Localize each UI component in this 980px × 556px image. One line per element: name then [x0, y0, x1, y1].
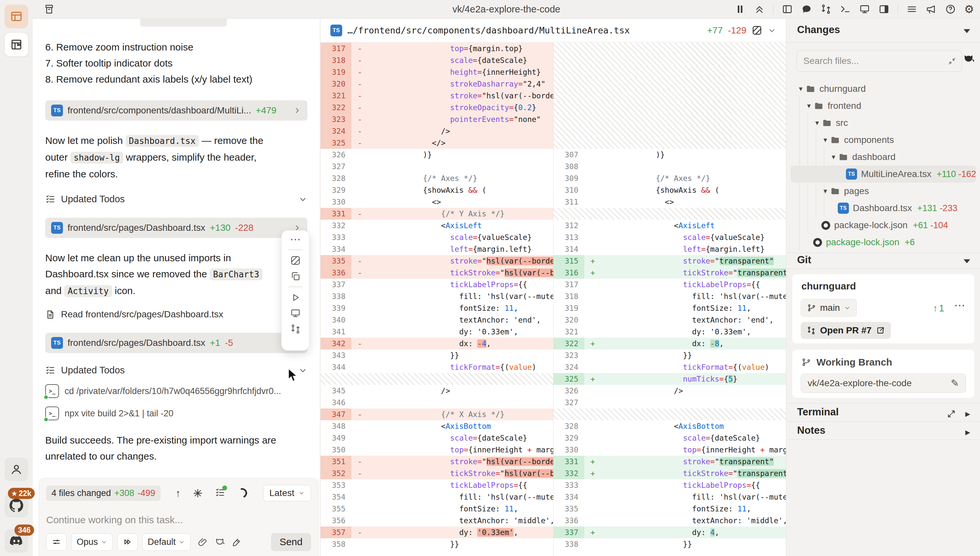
fast-forward-icon — [123, 537, 132, 546]
line-number: 330 — [321, 196, 351, 208]
diff-code-row: 338 }} — [554, 538, 786, 550]
account-button[interactable] — [5, 457, 28, 481]
diff-file-header[interactable]: TS …/frontend/src/components/dashboard/M… — [321, 19, 786, 42]
folder-icon — [838, 152, 848, 162]
mode-dropdown[interactable]: Default — [142, 533, 191, 551]
commits-ahead[interactable]: ↑1 — [933, 303, 944, 314]
message-input[interactable] — [46, 512, 311, 527]
chat-bubble-icon[interactable] — [801, 3, 812, 15]
layout-view-button[interactable] — [5, 5, 28, 28]
triangle-right-icon[interactable]: ▸ — [965, 427, 970, 437]
git-compare-icon[interactable] — [820, 3, 831, 15]
triangle-right-icon[interactable]: ▸ — [965, 409, 970, 419]
settings-sliders-button[interactable] — [46, 533, 66, 551]
code-text: dy: '0.33em', — [601, 326, 786, 338]
deletions-count: -5 — [225, 338, 233, 348]
expand-icon[interactable] — [946, 409, 956, 419]
tree-file-row[interactable]: package-lock.json+61 -104 — [791, 217, 976, 234]
dots-icon[interactable]: ⋯ — [290, 234, 301, 244]
inline-code: shadow-lg — [71, 152, 123, 163]
cat-icon[interactable] — [962, 53, 975, 65]
terminal-command: cd /private/var/folders/10/h7w0q46556ggr… — [65, 386, 281, 396]
model-dropdown[interactable]: Opus — [71, 533, 113, 551]
todos-status-button[interactable] — [215, 488, 225, 499]
chevrons-up-icon[interactable] — [754, 3, 765, 15]
git-section-header[interactable]: Git — [797, 254, 811, 266]
todos-collapsible-row[interactable]: Updated Todos — [45, 194, 307, 205]
diff-code-row: 325- </> — [321, 137, 553, 149]
terminal-command-row[interactable]: >_cd /private/var/folders/10/h7w0q46556g… — [45, 384, 307, 398]
panel-right-icon[interactable] — [878, 3, 890, 15]
pen-icon[interactable] — [232, 537, 242, 547]
diff-code-row: 332+ tickStroke="transparent" — [554, 467, 786, 479]
terminal-command-row[interactable]: >_npx vite build 2>&1 | tail -20 — [45, 407, 307, 420]
tree-folder-row[interactable]: ▾churnguard — [791, 80, 976, 97]
branch-dropdown[interactable]: main — [801, 299, 857, 317]
copy-icon[interactable] — [290, 271, 301, 281]
terminal-section-header[interactable]: Terminal — [797, 406, 839, 418]
search-files-input[interactable] — [797, 56, 948, 66]
tree-folder-row[interactable]: ▾components — [791, 131, 976, 149]
tree-file-row[interactable]: TSMultiLineArea.tsx+110 -162 — [791, 166, 976, 183]
line-number: 356 — [321, 515, 351, 527]
line-number: 334 — [321, 243, 351, 255]
tree-folder-row[interactable]: ▾dashboard — [791, 149, 976, 166]
latest-dropdown[interactable]: Latest — [263, 485, 311, 501]
tree-folder-row[interactable]: ▾frontend — [791, 97, 976, 115]
edit-pencil-icon[interactable]: ✎ — [951, 378, 959, 388]
megaphone-icon[interactable] — [925, 3, 937, 15]
collapse-tree-icon[interactable] — [948, 57, 956, 66]
play-icon[interactable] — [290, 292, 301, 303]
image-diff-icon[interactable] — [752, 25, 762, 36]
chevron-down-icon — [101, 539, 107, 545]
diff-marker — [584, 444, 601, 456]
collapse-triangle-icon[interactable] — [964, 29, 970, 33]
scroll-up-icon[interactable]: ↑ — [176, 488, 181, 498]
tree-file-row[interactable]: TSDashboard.tsx+131 -233 — [791, 200, 976, 217]
diff-code-row: 329 scale={dateScale} — [554, 432, 786, 444]
gear-icon[interactable]: ⚙ — [964, 3, 974, 15]
kanban-view-button[interactable] — [5, 33, 28, 57]
tree-folder-row[interactable]: ▾pages — [791, 183, 976, 200]
cat-icon[interactable] — [215, 537, 225, 547]
diff-spacer-row — [554, 66, 786, 78]
notes-section-header[interactable]: Notes — [797, 425, 825, 436]
file-chip[interactable]: TSfrontend/src/components/dashboard/Mult… — [45, 100, 307, 121]
tree-folder-row[interactable]: ▾src — [791, 115, 976, 131]
file-chip[interactable]: TSfrontend/src/pages/Dashboard.tsx+1-5 — [45, 333, 307, 353]
attach-icon[interactable] — [198, 537, 208, 547]
monitor-icon[interactable] — [859, 3, 870, 15]
open-pr-button[interactable]: Open PR #7 — [801, 322, 891, 339]
tree-file-row[interactable]: package-lock.json+6 — [791, 234, 976, 251]
changes-section-header[interactable]: Changes — [797, 24, 840, 36]
terminal-prompt-icon[interactable] — [840, 3, 851, 15]
diff-code-row: 348 <AxisBottom — [321, 420, 553, 432]
right-panel: Changes ▾churnguard▾frontend▾src▾compone… — [786, 19, 980, 556]
more-options-icon[interactable]: ⋯ — [954, 300, 965, 311]
burst-icon[interactable] — [193, 488, 203, 498]
working-branch-field[interactable]: vk/4e2a-explore-the-code ✎ — [801, 374, 966, 393]
git-compare-icon[interactable] — [290, 323, 301, 335]
chevron-down-icon[interactable] — [768, 26, 776, 35]
help-circle-icon[interactable] — [945, 3, 956, 15]
monitor-icon[interactable] — [290, 308, 301, 318]
menu-icon[interactable] — [906, 3, 917, 15]
person-icon — [10, 463, 23, 476]
fast-forward-button[interactable] — [117, 533, 138, 551]
panel-left-icon[interactable] — [782, 3, 793, 15]
diff-new-column: 307 )}308309 {/* Axes */}310 {showAxis &… — [553, 43, 786, 556]
diff-marker: - — [351, 113, 368, 125]
code-text: tickStroke="hsl(var(--border))" — [368, 267, 553, 279]
collapse-triangle-icon[interactable] — [964, 259, 970, 263]
pause-icon[interactable] — [735, 3, 746, 15]
diff-marker — [351, 397, 368, 409]
send-button[interactable]: Send — [271, 533, 311, 551]
code-text: {/* X Axis */} — [368, 409, 553, 420]
files-changed-chip[interactable]: 4 files changed +308 -499 — [46, 485, 161, 501]
diff-marker — [351, 515, 368, 527]
code-text: tickStroke="transparent" — [601, 467, 786, 479]
todos-collapsible-row[interactable]: Updated Todos — [45, 365, 307, 376]
image-diff-icon[interactable] — [290, 255, 301, 266]
file-chip[interactable]: TSfrontend/src/pages/Dashboard.tsx+130-2… — [45, 218, 307, 238]
read-file-row[interactable]: Read frontend/src/pages/Dashboard.tsx — [45, 309, 307, 320]
